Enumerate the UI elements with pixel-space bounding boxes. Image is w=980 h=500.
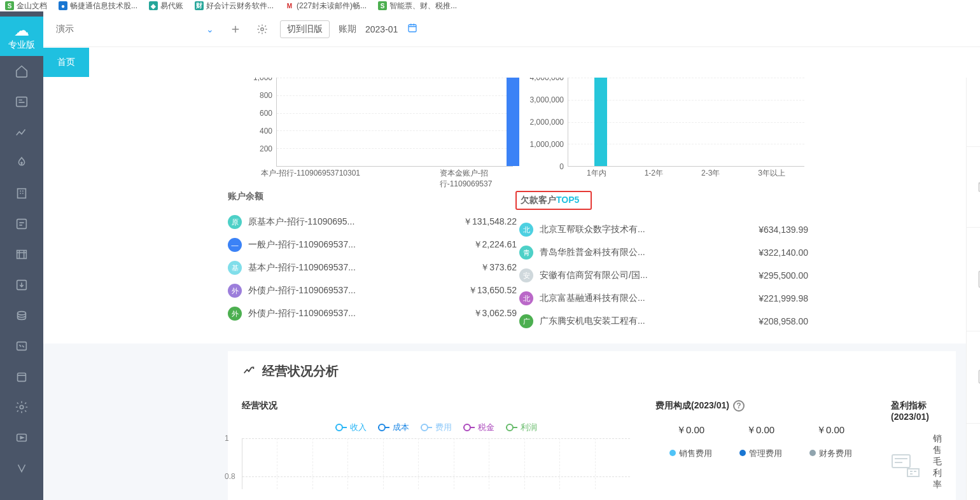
y-tick: 4,000,000	[530, 78, 564, 82]
header-bar: 演示 ⌄ 切到旧版 账期 2023-01	[43, 11, 980, 47]
account-icon: 基	[228, 261, 242, 275]
chart-bar	[594, 78, 607, 166]
receivable-icon	[976, 267, 980, 292]
nav-chart-icon[interactable]	[0, 117, 43, 148]
chevron-down-icon: ⌄	[206, 24, 214, 34]
analysis-title: 经营状况分析	[262, 363, 339, 380]
account-icon: 外	[228, 284, 242, 298]
list-item[interactable]: 原原基本户-招行-11090695...￥131,548.22	[228, 215, 517, 229]
cost-subtitle: 费用构成(2023/01) ?	[655, 400, 865, 412]
profit-icon	[891, 454, 921, 479]
nav-download-icon[interactable]	[0, 270, 43, 300]
nav-voucher-icon[interactable]	[0, 87, 43, 117]
tabs-bar: 首页	[43, 47, 980, 78]
debtor-top5-list: 欠款客户TOP5 北北京互帮联众数字技术有...¥634,139.99 青青岛华…	[519, 191, 808, 328]
svg-rect-1	[18, 189, 26, 198]
list-item[interactable]: 外外债户-招行-1109069537...￥3,062.59	[228, 307, 517, 321]
analysis-icon	[242, 363, 256, 380]
svg-rect-0	[17, 97, 27, 107]
nav-receipt-icon[interactable]	[0, 239, 43, 270]
cost-value: ￥0.00	[676, 424, 704, 436]
list-item[interactable]: 北北京富基融通科技有限公...¥221,999.98	[519, 291, 808, 305]
add-icon[interactable]	[227, 20, 244, 38]
analysis-card: 经营状况分析 经营状况 收入 成本 费用 税金 利润	[228, 351, 956, 500]
nav-money-icon[interactable]	[0, 148, 43, 178]
nav-video-icon[interactable]	[0, 422, 43, 453]
list-item[interactable]: 外外债户-招行-1109069537...￥13,650.52	[228, 284, 517, 298]
browser-tab[interactable]: S金山文档	[5, 1, 47, 11]
nav-transfer-icon[interactable]	[0, 331, 43, 361]
x-label: 1年内	[587, 168, 606, 179]
browser-tab[interactable]: ◆易代账	[149, 1, 183, 11]
asset-icon	[976, 365, 980, 390]
cost-value: ￥0.00	[816, 424, 844, 436]
customer-icon: 北	[519, 291, 533, 305]
customer-icon: 青	[519, 246, 533, 260]
list-item[interactable]: 北北京互帮联众数字技术有...¥634,139.99	[519, 223, 808, 237]
sidebar: ☁ 专业版	[0, 11, 43, 500]
list-item[interactable]: 基基本户-招行-1109069537...￥373.62	[228, 261, 517, 275]
browser-tab[interactable]: ●畅捷通信息技术股...	[59, 1, 137, 11]
y-tick: 200	[260, 144, 272, 153]
metric-row[interactable]: 总资产周转率	[967, 331, 980, 424]
svg-rect-3	[17, 251, 27, 259]
list-item[interactable]: 广广东腾安机电安装工程有...¥208,958.00	[519, 314, 808, 328]
list-title: 账户余额	[228, 191, 517, 202]
x-label: 1-2年	[645, 168, 663, 179]
svg-rect-7	[18, 373, 26, 382]
y-tick: 2,000,000	[530, 118, 564, 127]
nav-v-icon[interactable]	[0, 453, 43, 483]
y-tick: 1,000,000	[530, 140, 564, 149]
metric-row[interactable]: 应收账款周转率	[967, 228, 980, 331]
aging-chart: 4,000,000 3,000,000 2,000,000 1,000,000 …	[519, 78, 808, 181]
cost-value: ￥0.00	[746, 424, 774, 436]
browser-tab[interactable]: M(227封未读邮件)畅...	[285, 1, 367, 11]
calendar-icon[interactable]	[407, 22, 418, 36]
box-icon	[976, 174, 980, 200]
debtor-title-highlight: 欠款客户TOP5	[515, 191, 592, 210]
nav-settings-icon[interactable]	[0, 392, 43, 422]
y-tick: 1,000	[253, 78, 272, 82]
y-tick: 600	[260, 109, 272, 118]
browser-tab[interactable]: S智能票、财、税推...	[378, 1, 457, 11]
list-item[interactable]: 青青岛华胜普金科技有限公...¥322,140.00	[519, 246, 808, 260]
project-name: 演示	[56, 24, 74, 35]
metric-row[interactable]: 存货周转率	[967, 147, 980, 228]
switch-version-button[interactable]: 切到旧版	[280, 20, 330, 38]
status-line-chart: 1 0.8	[242, 438, 630, 489]
logo[interactable]: ☁ 专业版	[0, 17, 43, 56]
customer-icon: 安	[519, 268, 533, 282]
nav-building-icon[interactable]	[0, 178, 43, 209]
tab-home[interactable]: 首页	[43, 48, 89, 77]
nav-archive-icon[interactable]	[0, 361, 43, 392]
y-tick: 800	[260, 91, 272, 100]
x-label: 资本金账户-招行-1109069537	[440, 168, 493, 190]
nav-coins-icon[interactable]	[0, 300, 43, 331]
info-icon[interactable]: ?	[733, 400, 745, 412]
metric-row[interactable]: 速动比率	[967, 78, 980, 147]
x-label: 3年以上	[758, 168, 785, 179]
svg-rect-12	[892, 455, 910, 468]
nav-home-icon[interactable]	[0, 56, 43, 87]
account-balance-list: 账户余额 原原基本户-招行-11090695...￥131,548.22 —一般…	[228, 191, 517, 328]
list-item[interactable]: —一般户-招行-1109069537...￥2,224.61	[228, 238, 517, 252]
legend-item: 财务费用	[809, 448, 852, 459]
account-balance-chart: 1,000 800 600 400 200	[228, 78, 517, 181]
project-selector[interactable]: 演示 ⌄	[52, 19, 218, 39]
gear-icon[interactable]	[253, 20, 271, 38]
browser-tab-strip: S金山文档 ●畅捷通信息技术股... ◆易代账 财好会计云财务软件... M(2…	[0, 0, 980, 11]
browser-tab[interactable]: 财好会计云财务软件...	[195, 1, 274, 11]
nav-report-icon[interactable]	[0, 209, 43, 239]
y-tick: 0	[559, 162, 564, 171]
logo-text: 专业版	[8, 39, 35, 51]
svg-point-5	[18, 312, 26, 316]
list-item[interactable]: 安安徽有信商贸有限公司/国...¥295,500.00	[519, 268, 808, 282]
profit-metric-label: 销售毛利率	[933, 433, 942, 490]
svg-point-8	[20, 405, 24, 409]
chart-bar	[507, 78, 519, 166]
svg-rect-2	[17, 219, 27, 229]
customer-icon: 广	[519, 314, 533, 328]
legend-item: 管理费用	[739, 448, 782, 459]
period-label: 账期	[339, 24, 356, 35]
period-value: 2023-01	[365, 24, 398, 34]
